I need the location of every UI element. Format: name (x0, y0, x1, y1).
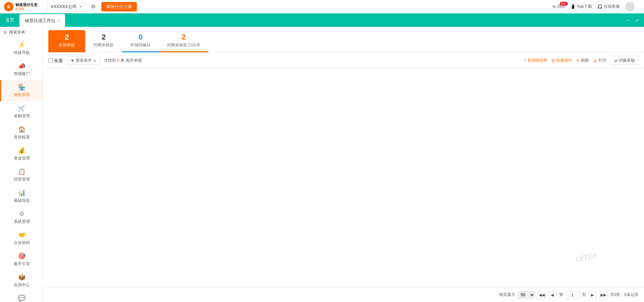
tab-bar-right: ─ ⤢ (624, 16, 644, 24)
switch-version-btn[interactable]: ⇄ 切换新版 (610, 56, 639, 65)
stats-tabs: 2 全部单据 2 到期未收款 0 旺铺待确认 2 到期未收款 已出库 (43, 27, 644, 53)
checkbox-input[interactable] (48, 58, 53, 63)
marketing-icon: 📣 (18, 62, 25, 70)
prev-page-btn[interactable]: ◀ (548, 291, 556, 299)
found-unit: 条 (120, 58, 124, 63)
refresh-icon: ↻ (576, 58, 580, 63)
filter-icon: ▼ (70, 58, 74, 63)
sidebar-item-label: 应用中心 (14, 282, 30, 288)
sidebar-item-wechat[interactable]: 💬 企业微信 (0, 291, 43, 302)
refresh-btn[interactable]: ↻ 刷新 (576, 58, 589, 63)
toolbar: 全选 ▼ 更多条件 ∨ 共找到 0 条 相关单据 + 新增销货单 ⊞ 批量操作 (43, 53, 644, 69)
stat-tab-all[interactable]: 2 全部单据 (48, 30, 85, 52)
table-area (43, 69, 644, 287)
tab-minimize-btn[interactable]: ─ (624, 16, 632, 24)
online-service-btn[interactable]: 🎧 在线客服 (597, 4, 620, 9)
message-icon: ✉ (552, 4, 556, 9)
sidebar-item-label: 新手引导 (14, 261, 30, 267)
sidebar-item-inventory[interactable]: 🏠 库存核算 (0, 122, 43, 143)
batch-btn[interactable]: ⊞ 批量操作 (551, 58, 572, 63)
inventory-icon: 🏠 (18, 126, 25, 133)
top-header: 6 畅捷通好生意 标准版 XXXXXX公司 ▼ ⚙ 体验行业方案 ✉ 消息 99… (0, 0, 644, 13)
filter-arrow-icon: ∨ (93, 58, 96, 63)
logo-sub: 标准版 (15, 7, 38, 11)
main-layout: ☰ 搜索菜单 ⚡ 快捷导航 📣 营销推广 🏪 销售管理 🛒 采购管理 🏠 库存核… (0, 27, 644, 302)
next-page-btn[interactable]: ▶ (589, 291, 597, 299)
message-btn[interactable]: ✉ 消息 99+ (552, 4, 565, 9)
per-page-label: 每页显示 (499, 292, 515, 298)
tab-maximize-btn[interactable]: ⤢ (633, 16, 641, 24)
service-icon: 🎧 (597, 4, 602, 9)
sidebar-item-operation[interactable]: 📋 经营管理 (0, 165, 43, 186)
filter-btn[interactable]: ▼ 更多条件 ∨ (67, 56, 100, 65)
tab-home[interactable]: 首页 (0, 13, 19, 27)
download-icon: 📱 (571, 4, 576, 9)
sales-icon: 🏪 (18, 83, 25, 91)
sidebar-item-label: 销售管理 (14, 92, 30, 98)
sidebar-item-system[interactable]: ⚙ 系统管理 (0, 207, 43, 228)
sidebar-item-purchase[interactable]: 🛒 采购管理 (0, 101, 43, 122)
sidebar-item-quick-nav[interactable]: ⚡ 快捷导航 (0, 38, 43, 59)
page-input[interactable] (566, 291, 579, 299)
basic-icon: 📊 (18, 189, 25, 196)
settings-icon[interactable]: ⚙ (89, 2, 98, 11)
company-name: XXXXXX公司 (51, 4, 77, 10)
switch-label: 切换新版 (619, 58, 635, 63)
stat-tab-delivered[interactable]: 2 到期未收款 已出库 (159, 30, 208, 52)
stat-label-overdue: 到期未收款 (94, 42, 114, 48)
print-btn[interactable]: 🖨 打印 (593, 58, 606, 63)
sidebar-item-finance[interactable]: 💰 资金管理 (0, 143, 43, 165)
per-page-select[interactable]: 50 100 200 (518, 291, 535, 299)
found-count: 共找到 0 条 相关单据 (104, 58, 142, 63)
batch-label: 批量操作 (556, 58, 572, 63)
stat-number-delivered: 2 (182, 33, 186, 42)
refresh-label: 刷新 (581, 58, 589, 63)
system-icon: ⚙ (19, 210, 24, 218)
found-prefix: 共找到 (104, 58, 116, 63)
tab-active[interactable]: 钱货日清工作台 × (19, 14, 65, 27)
stat-label-all: 全部单据 (59, 42, 75, 48)
sidebar-item-basic[interactable]: 📊 基础信息 (0, 186, 43, 207)
select-all-label: 全选 (54, 58, 63, 64)
stat-tab-overdue[interactable]: 2 到期未收款 (85, 30, 122, 52)
try-btn[interactable]: 体验行业方案 (101, 2, 137, 11)
sidebar-item-guide[interactable]: 🎯 新手引导 (0, 249, 43, 270)
logo-icon: 6 (4, 2, 13, 11)
add-sale-btn[interactable]: + 新增销货单 (524, 58, 547, 63)
logo-text: 畅捷通好生意 标准版 (15, 3, 38, 11)
app-download-btn[interactable]: 📱 App下载 (571, 4, 592, 9)
header-right: ✉ 消息 99+ 📱 App下载 🎧 在线客服 (552, 2, 640, 11)
switch-icon: ⇄ (614, 58, 618, 63)
avatar[interactable] (625, 2, 635, 11)
tab-close-icon[interactable]: × (57, 18, 60, 23)
sidebar-item-enterprise[interactable]: 🤝 企业协同 (0, 228, 43, 249)
stat-label-delivered: 到期未收款 已出库 (167, 42, 200, 48)
sidebar-search[interactable]: ☰ 搜索菜单 (0, 27, 43, 38)
pagination: 每页显示 50 100 200 ◀◀ ◀ 第 页 ▶ ▶▶ 共0页，0条记录 (43, 287, 644, 302)
sidebar: ☰ 搜索菜单 ⚡ 快捷导航 📣 营销推广 🏪 销售管理 🛒 采购管理 🏠 库存核… (0, 27, 43, 302)
stat-tab-pending[interactable]: 0 旺铺待确认 (122, 30, 159, 52)
operation-icon: 📋 (18, 168, 25, 175)
wechat-icon: 💬 (18, 295, 25, 302)
batch-icon: ⊞ (551, 58, 555, 63)
search-label: 搜索菜单 (9, 29, 25, 35)
first-page-btn[interactable]: ◀◀ (538, 291, 546, 299)
quick-nav-icon: ⚡ (18, 41, 25, 49)
finance-icon: 💰 (18, 147, 25, 154)
stat-number-pending: 0 (139, 33, 143, 42)
company-selector[interactable]: XXXXXX公司 ▼ (47, 2, 86, 11)
filter-label: 更多条件 (76, 58, 92, 63)
sidebar-item-marketing[interactable]: 📣 营销推广 (0, 59, 43, 80)
tab-label: 钱货日清工作台 (25, 18, 55, 24)
enterprise-icon: 🤝 (18, 231, 25, 239)
online-service-label: 在线客服 (604, 4, 620, 9)
logo-area: 6 畅捷通好生意 标准版 (4, 2, 47, 11)
sidebar-item-appstore[interactable]: 📦 应用中心 (0, 270, 43, 291)
sidebar-item-label: 快捷导航 (14, 50, 30, 56)
total-records: 共0页，0条记录 (610, 292, 639, 298)
sidebar-item-sales[interactable]: 🏪 销售管理 (0, 80, 43, 101)
select-all-checkbox[interactable]: 全选 (48, 58, 63, 64)
last-page-btn[interactable]: ▶▶ (599, 291, 607, 299)
sidebar-item-label: 库存核算 (14, 134, 30, 140)
appstore-icon: 📦 (18, 274, 25, 281)
